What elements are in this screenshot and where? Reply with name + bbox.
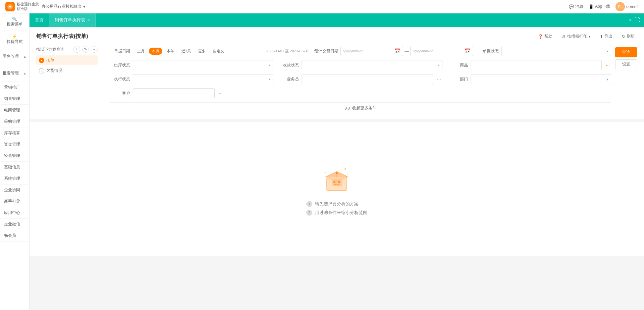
refresh-btn[interactable]: ↻ 刷新 xyxy=(619,32,637,41)
scheme-item-shortage[interactable]: ○ 欠货情况 xyxy=(36,66,98,75)
collapse-more-btn[interactable]: ∧∧ 收起更多条件 xyxy=(110,102,611,114)
tab-home[interactable]: 首页 xyxy=(30,13,49,27)
date-label: 单据日期 xyxy=(110,48,130,54)
help-icon: ❓ xyxy=(538,34,543,39)
sidebar-item-enterprise[interactable]: 企业协同 xyxy=(0,185,29,196)
expected-date-end[interactable]: yyyy-mm-dd 📅 xyxy=(410,46,473,56)
filter-panel: 销售订单执行表(按单) ❓ 帮助 🖨 按模板打印 ▾ ⬆ xyxy=(30,27,644,119)
salesperson-more-btn[interactable]: ··· xyxy=(436,76,442,82)
sidebar-item-ecommerce[interactable]: 电商管理 xyxy=(0,105,29,116)
filter-salesperson-field: 业务员 ··· xyxy=(279,74,442,84)
filter-row-3: 执行状态 ▾ xyxy=(110,74,611,84)
empty-hint-1: 1 请先选择要分析的方案 xyxy=(306,201,367,207)
breadcrumb-dropdown-icon[interactable]: ▾ xyxy=(83,4,85,9)
this-year-btn[interactable]: 本年 xyxy=(164,48,177,55)
calendar-end-icon[interactable]: 📅 xyxy=(465,48,470,54)
date-quick-btns: 上月 本月 本年 近7天 更多 自定义 xyxy=(134,48,227,55)
filter-scheme-title: 按以下方案查询 xyxy=(36,47,64,52)
custom-date-btn[interactable]: 自定义 xyxy=(210,48,227,55)
scheme-item-order[interactable]: ● 按单 xyxy=(36,55,98,65)
sidebar-item-newbie[interactable]: 新手引导 xyxy=(0,196,29,207)
last7-btn[interactable]: 近7天 xyxy=(178,48,194,55)
export-icon: ⬆ xyxy=(600,34,603,39)
calendar-start-icon[interactable]: 📅 xyxy=(394,48,400,54)
product-more-btn[interactable]: ··· xyxy=(604,62,611,68)
product-label: 商品 xyxy=(448,62,468,68)
message-icon: 💬 xyxy=(569,4,574,9)
sidebar-item-system[interactable]: 系统管理 xyxy=(0,173,29,185)
sidebar-item-quick-nav[interactable]: ⚡ 快捷导航 xyxy=(0,31,29,48)
order-status-select[interactable] xyxy=(501,46,611,56)
filter-delivery-field: 出库状态 ▾ xyxy=(110,60,273,70)
sidebar-item-search[interactable]: 🔍 搜索菜单 xyxy=(0,13,29,31)
sidebar-item-operations[interactable]: 经营管理 xyxy=(0,150,29,162)
breadcrumb[interactable]: 办公用品行业模拟账套 ▾ xyxy=(42,4,85,9)
filter-customer-field: 客户 ··· xyxy=(110,88,224,98)
order-status-select-wrapper: ▾ xyxy=(501,46,611,56)
export-btn[interactable]: ⬆ 导出 xyxy=(597,32,615,41)
tab-close-icon[interactable]: × xyxy=(87,18,90,22)
query-btn[interactable]: 查询 xyxy=(615,47,637,57)
settings-btn[interactable]: 设置 xyxy=(615,59,637,69)
sidebar-item-finance[interactable]: 资金管理 xyxy=(0,139,29,150)
logo-text: 畅捷通好生意 标准版 xyxy=(17,2,39,11)
svg-text:✦: ✦ xyxy=(324,171,326,174)
svg-text:✦: ✦ xyxy=(343,167,347,171)
svg-point-6 xyxy=(333,181,335,183)
header-left: 畅捷通好生意 标准版 办公用品行业模拟账套 ▾ xyxy=(5,2,85,11)
filter-row-4: 客户 ··· xyxy=(110,88,611,98)
sidebar-item-purchase[interactable]: 采购管理 xyxy=(0,116,29,127)
filter-expected-date-field: 预计交货日期 yyyy-mm-dd 📅 — xyxy=(314,46,473,56)
app-download-btn[interactable]: 📱 App下载 xyxy=(589,4,610,9)
tab-sales-order[interactable]: 销售订单执行表 × xyxy=(49,13,96,27)
add-scheme-btn[interactable]: + xyxy=(73,46,80,53)
sidebar-item-sales[interactable]: 销售管理 xyxy=(0,93,29,105)
current-month-btn[interactable]: 本月 xyxy=(149,48,162,55)
expected-date-start[interactable]: yyyy-mm-dd 📅 xyxy=(340,46,404,56)
tab-bar-actions: × ⛶ xyxy=(629,17,644,23)
order-status-label: 单据状态 xyxy=(479,48,499,54)
prev-month-btn[interactable]: 上月 xyxy=(134,48,148,55)
hint-num-1: 1 xyxy=(306,201,312,207)
sidebar-item-wholesale[interactable]: 批发管理 ▲ xyxy=(0,65,29,82)
sidebar-item-member[interactable]: 畅会员 xyxy=(0,230,29,242)
payment-status-select[interactable] xyxy=(302,60,442,70)
more-date-btn[interactable]: 更多 xyxy=(195,48,209,55)
chevron-right-icon2: ▲ xyxy=(23,71,26,75)
delivery-status-label: 出库状态 xyxy=(110,62,130,68)
svg-point-9 xyxy=(336,172,338,174)
svg-rect-5 xyxy=(332,179,342,186)
customer-more-btn[interactable]: ··· xyxy=(217,91,224,96)
sidebar-item-wechat[interactable]: 企业微信 xyxy=(0,219,29,230)
customer-input[interactable] xyxy=(133,88,215,98)
filter-main-area: 单据日期 上月 本月 本年 近7天 更多 xyxy=(110,46,611,114)
date-range-display: 2023-03-01 至 2023-03-31 xyxy=(265,49,309,54)
sidebar-item-basics[interactable]: 基础信息 xyxy=(0,162,29,173)
delivery-status-select[interactable] xyxy=(133,60,273,70)
dept-select[interactable] xyxy=(471,74,611,84)
avatar: Ea xyxy=(615,2,625,11)
exec-status-select[interactable] xyxy=(133,74,273,84)
sidebar-item-inventory[interactable]: 库存核算 xyxy=(0,127,29,139)
sidebar-item-apps[interactable]: 应用中心 xyxy=(0,207,29,219)
print-btn[interactable]: 🖨 按模板打印 ▾ xyxy=(559,32,593,41)
window-close-btn[interactable]: × xyxy=(629,17,632,23)
payment-status-wrapper: ▾ xyxy=(302,60,442,70)
empty-illustration: ✦ ✦ ✦ xyxy=(320,162,354,196)
user-menu[interactable]: Ea demo2 xyxy=(615,2,639,11)
expected-date-range: yyyy-mm-dd 📅 — yyyy-mm-dd 📅 xyxy=(340,46,473,56)
window-expand-btn[interactable]: ⛶ xyxy=(635,17,640,23)
product-input[interactable] xyxy=(471,60,602,70)
top-header: 畅捷通好生意 标准版 办公用品行业模拟账套 ▾ 💬 消息 📱 App下载 Ea … xyxy=(0,0,644,13)
edit-scheme-btn[interactable]: ✎ xyxy=(82,46,89,53)
help-btn[interactable]: ❓ 帮助 xyxy=(535,32,555,41)
sidebar-item-retail[interactable]: 零售管理 ▲ xyxy=(0,48,29,65)
salesperson-input[interactable] xyxy=(302,74,433,84)
filter-exec-field: 执行状态 ▾ xyxy=(110,74,273,84)
exec-status-wrapper: ▾ xyxy=(133,74,273,84)
sidebar-item-marketing[interactable]: 营销推广 xyxy=(0,82,29,93)
message-btn[interactable]: 💬 消息 xyxy=(569,4,583,9)
collapse-scheme-btn[interactable]: « xyxy=(91,46,98,53)
date-separator: — xyxy=(405,49,409,54)
header-right: 💬 消息 📱 App下载 Ea demo2 xyxy=(569,2,639,11)
